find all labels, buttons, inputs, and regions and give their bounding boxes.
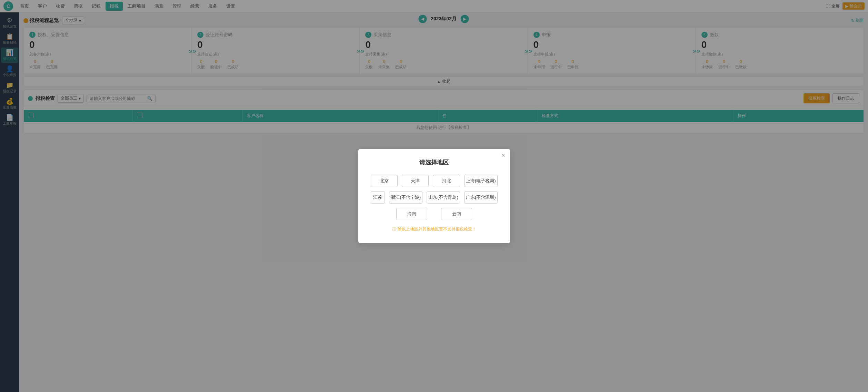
region-row-1: 北京天津河北上海(电子税局) <box>371 175 498 187</box>
region-btn-广东(不含深圳)[interactable]: 广东(不含深圳) <box>464 191 498 204</box>
region-btn-河北[interactable]: 河北 <box>433 175 460 187</box>
region-btn-云南[interactable]: 云南 <box>441 208 472 220</box>
region-row-3: 海南云南 <box>371 208 498 220</box>
modal-close-btn[interactable]: × <box>501 152 505 158</box>
region-btn-海南[interactable]: 海南 <box>396 208 427 220</box>
modal-warning: ⓘ 除以上地区外其他地区暂不支持报税检查！ <box>371 226 498 232</box>
region-btn-山东(不含青岛)[interactable]: 山东(不含青岛) <box>427 191 460 204</box>
region-btn-浙江(不含宁波)[interactable]: 浙江(不含宁波) <box>389 191 422 204</box>
region-btn-江苏[interactable]: 江苏 <box>371 191 385 204</box>
region-row-2: 江苏浙江(不含宁波)山东(不含青岛)广东(不含深圳) <box>371 191 498 204</box>
warning-icon: ⓘ <box>392 226 396 232</box>
region-btn-天津[interactable]: 天津 <box>402 175 429 187</box>
modal-overlay[interactable]: × 请选择地区 北京天津河北上海(电子税局) 江苏浙江(不含宁波)山东(不含青岛… <box>0 0 868 392</box>
region-select-modal: × 请选择地区 北京天津河北上海(电子税局) 江苏浙江(不含宁波)山东(不含青岛… <box>358 149 510 243</box>
region-btn-上海(电子税局)[interactable]: 上海(电子税局) <box>464 175 498 187</box>
modal-title: 请选择地区 <box>371 158 498 166</box>
region-btn-北京[interactable]: 北京 <box>371 175 398 187</box>
